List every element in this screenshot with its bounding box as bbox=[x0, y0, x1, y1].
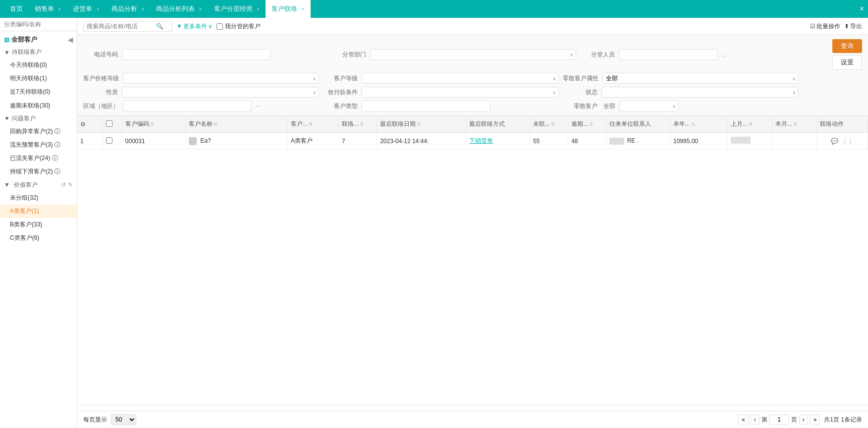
next-page-btn[interactable]: › bbox=[799, 415, 808, 425]
filter-nature-label: 性质 bbox=[83, 88, 118, 97]
sidebar-item-7days[interactable]: 近7天待联络(0) bbox=[0, 85, 77, 99]
sidebar-section-problem[interactable]: ▼ 问题客户 bbox=[0, 112, 77, 125]
filter-customer-level-label: 客户等级 bbox=[323, 74, 358, 83]
export-btn[interactable]: ⬆ 导出 bbox=[844, 22, 862, 31]
th-this-month[interactable]: 本月...⇅ bbox=[772, 116, 816, 133]
filter-region-input[interactable] bbox=[123, 101, 252, 111]
filter-status-select[interactable] bbox=[601, 87, 799, 98]
nav-product-analysis[interactable]: 商品分析 × bbox=[106, 0, 150, 18]
sidebar-item-tomorrow[interactable]: 明天待联络(1) bbox=[0, 72, 77, 85]
th-overdue[interactable]: 逾期...⇅ bbox=[568, 116, 606, 133]
nav-product-analysis-list[interactable]: 商品分析列表 × bbox=[150, 0, 208, 18]
th-contact-person[interactable]: 往来单位联系人 bbox=[606, 116, 670, 133]
cell-code[interactable]: 000031 bbox=[122, 133, 186, 150]
query-button[interactable]: 查询 bbox=[832, 39, 862, 53]
nav-purchase-close[interactable]: × bbox=[96, 0, 99, 18]
th-last-contact-method[interactable]: 最后联络方式 bbox=[466, 116, 530, 133]
sidebar-item-declining[interactable]: 持续下滑客户(2) ⓘ bbox=[0, 165, 77, 178]
nav-customer-contact-close[interactable]: × bbox=[301, 0, 304, 18]
th-checkbox[interactable] bbox=[103, 116, 122, 133]
nav-sales[interactable]: 销售单 × bbox=[29, 0, 67, 18]
filter-customer-type-input[interactable] bbox=[362, 101, 490, 111]
sidebar-item-overdue-contact[interactable]: 逾期未联络(30) bbox=[0, 99, 77, 112]
sidebar-item-churn-warning[interactable]: 流失预警客户(3) ⓘ bbox=[0, 138, 77, 152]
sidebar-item-churned[interactable]: 已流失客户(24) ⓘ bbox=[0, 152, 77, 165]
sidebar-section-value[interactable]: ▼ 价值客户 ↺ ✎ bbox=[0, 179, 77, 191]
setting-button[interactable]: 设置 bbox=[832, 55, 862, 70]
nav-customer-tier[interactable]: 客户分层经营 × bbox=[208, 0, 266, 18]
main-search-input[interactable] bbox=[87, 23, 156, 30]
main-search-icon[interactable]: 🔍 bbox=[156, 23, 163, 30]
page-input[interactable] bbox=[769, 415, 789, 425]
row-checkbox[interactable] bbox=[106, 137, 112, 144]
filter-region-dots[interactable]: ··· bbox=[256, 103, 261, 109]
edit-group-icon[interactable]: ✎ bbox=[68, 181, 73, 188]
filter-customer-level-select[interactable] bbox=[362, 73, 559, 84]
sidebar-item-class-c[interactable]: C类客户(6) bbox=[0, 231, 77, 245]
last-method-link[interactable]: 下销货单 bbox=[469, 137, 493, 144]
sidebar-item-unclassified[interactable]: 未分组(32) bbox=[0, 191, 77, 205]
refresh-icon[interactable]: ↺ bbox=[61, 181, 66, 188]
th-no-contact-days[interactable]: 未联...⇅ bbox=[530, 116, 568, 133]
cell-actions[interactable]: 💬 ⋮⋮ bbox=[816, 133, 868, 150]
filter-nature-wrapper: ∨ bbox=[122, 87, 319, 98]
sidebar-item-class-b[interactable]: B类客户(33) bbox=[0, 218, 77, 231]
sidebar-collapse-btn[interactable]: ◀ bbox=[68, 36, 73, 44]
nav-customer-tier-close[interactable]: × bbox=[257, 0, 260, 18]
contact-person-placeholder bbox=[609, 138, 624, 145]
th-last-month[interactable]: 上月...⇅ bbox=[727, 116, 772, 133]
th-year-amount[interactable]: 本年...⇅ bbox=[670, 116, 727, 133]
cell-last-method[interactable]: 下销货单 bbox=[466, 133, 530, 150]
filter-payment-select[interactable] bbox=[362, 87, 559, 98]
more-filters-btn[interactable]: ▼ 更多条件 ∨ bbox=[176, 22, 213, 31]
sidebar-item-class-a[interactable]: A类客户(1) bbox=[0, 205, 77, 218]
table-row: 1 000031 Ea? A类客户 7 2023-04- bbox=[77, 133, 868, 150]
filter-row-2: 客户价格等级 ∨ 客户等级 ∨ bbox=[83, 73, 862, 84]
filter-price-level-select[interactable] bbox=[123, 73, 319, 84]
filter-retail-customer-select[interactable] bbox=[619, 101, 679, 111]
nav-product-analysis-close[interactable]: × bbox=[141, 0, 144, 18]
cell-checkbox[interactable] bbox=[103, 133, 122, 150]
filter-manager: 分管人员 ... bbox=[580, 49, 824, 60]
nav-product-analysis-list-close[interactable]: × bbox=[199, 0, 202, 18]
page-label: 第 bbox=[761, 416, 767, 424]
filter-nature-select[interactable] bbox=[122, 87, 319, 98]
filter-manager-dots[interactable]: ... bbox=[722, 51, 727, 58]
th-contact-count[interactable]: 联络...⇅ bbox=[338, 116, 377, 133]
sidebar-item-today[interactable]: 今天待联络(0) bbox=[0, 58, 77, 72]
cell-type: A类客户 bbox=[288, 133, 339, 150]
action-more-icon[interactable]: ⋮⋮ bbox=[842, 138, 854, 145]
filter-manager-input[interactable] bbox=[619, 49, 718, 60]
sidebar-item-repurchase-abnormal[interactable]: 回购异常客户(2) ⓘ bbox=[0, 125, 77, 138]
cell-name[interactable]: Ea? bbox=[186, 133, 288, 150]
th-settings[interactable]: ⚙ bbox=[77, 116, 103, 133]
horizontal-scrollbar[interactable] bbox=[77, 405, 868, 411]
per-page-label: 每页显示 bbox=[83, 416, 107, 424]
batch-operation-btn[interactable]: ☑ 批量操作 bbox=[810, 22, 840, 31]
my-customers-input[interactable] bbox=[217, 23, 223, 30]
th-customer-type[interactable]: 客户...⇅ bbox=[288, 116, 339, 133]
filter-dept-select[interactable] bbox=[370, 49, 576, 60]
action-chat-icon[interactable]: 💬 bbox=[831, 138, 838, 145]
last-page-btn[interactable]: » bbox=[810, 415, 820, 425]
nav-purchase[interactable]: 进货单 × bbox=[67, 0, 105, 18]
nav-home[interactable]: 首页 bbox=[4, 0, 29, 18]
prev-page-btn[interactable]: ‹ bbox=[751, 415, 760, 425]
first-page-btn[interactable]: « bbox=[738, 415, 749, 425]
nav-customer-contact[interactable]: 客户联络 × bbox=[266, 0, 310, 18]
th-customer-code[interactable]: 客户编码⇅ bbox=[122, 116, 186, 133]
th-last-contact-date[interactable]: 最后联络日期⇅ bbox=[377, 116, 466, 133]
my-customers-checkbox[interactable]: 我分管的客户 bbox=[217, 22, 261, 31]
sidebar-search-input[interactable] bbox=[4, 21, 77, 28]
filter-retail-customer: 零散客户 全部 ∨ bbox=[563, 101, 799, 111]
settings-icon[interactable]: ⚙ bbox=[80, 121, 86, 128]
th-customer-name[interactable]: 客户名称⇅ bbox=[186, 116, 288, 133]
select-all-checkbox[interactable] bbox=[106, 120, 112, 127]
sidebar-section-pending[interactable]: ▼ 待联络客户 bbox=[0, 46, 77, 58]
nav-sales-close[interactable]: × bbox=[58, 0, 61, 18]
filter-row-3: 性质 ∨ 收付款条件 ∨ bbox=[83, 87, 862, 98]
filter-retail-attr-select[interactable]: 全部 bbox=[602, 73, 799, 84]
close-all-tabs[interactable]: × bbox=[860, 4, 864, 13]
per-page-select[interactable]: 50 20 50 100 bbox=[111, 414, 136, 425]
filter-phone-input[interactable] bbox=[122, 49, 271, 60]
